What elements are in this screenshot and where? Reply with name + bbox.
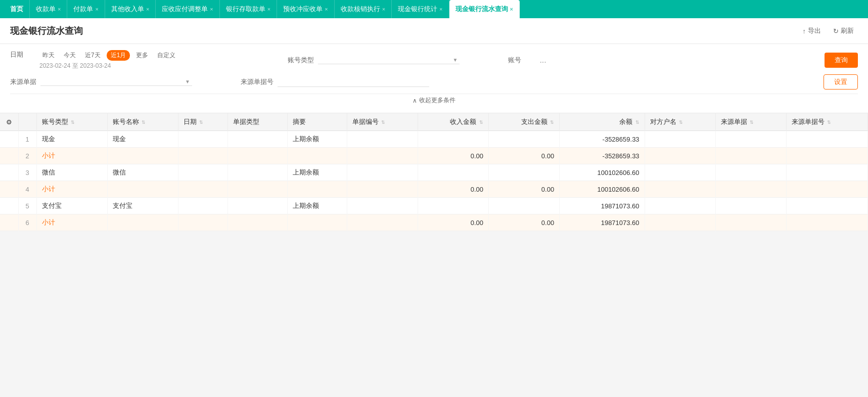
row-counterpart bbox=[645, 214, 715, 231]
filter-area: 日期 昨天 今天 近7天 近1月 更多 自定义 2023-02-24 至 202… bbox=[0, 44, 868, 113]
nav-tab-7[interactable]: 收款核销执行 × bbox=[335, 0, 392, 18]
account-type-group: 账号类型 ▼ bbox=[288, 56, 460, 65]
export-label: 导出 bbox=[808, 26, 821, 35]
refresh-label: 刷新 bbox=[841, 26, 854, 35]
date-btn-today[interactable]: 今天 bbox=[61, 50, 79, 61]
nav-tab-6[interactable]: 预收冲应收单 × bbox=[277, 0, 334, 18]
col-account-name[interactable]: 账号名称 ⇅ bbox=[107, 113, 178, 131]
close-icon-2[interactable]: × bbox=[95, 6, 98, 12]
data-table-container: ⚙ 账号类型 ⇅ 账号名称 ⇅ 日期 ⇅ 单据类型 bbox=[0, 113, 868, 231]
nav-tab-9[interactable]: 现金银行流水查询 × bbox=[449, 0, 520, 18]
row-account-type: 小计 bbox=[36, 214, 107, 231]
row-doc-no bbox=[347, 214, 418, 231]
row-source-doc bbox=[715, 214, 786, 231]
nav-tab-2[interactable]: 付款单 × bbox=[67, 0, 105, 18]
row-balance: 19871073.60 bbox=[560, 198, 645, 214]
row-source-doc bbox=[715, 131, 786, 148]
col-income-label: 收入金额 bbox=[450, 118, 476, 125]
col-counterpart-label: 对方户名 bbox=[650, 118, 676, 125]
row-counterpart bbox=[645, 164, 715, 181]
header-actions: ↑ 导出 ↻ 刷新 bbox=[799, 24, 858, 37]
close-icon-9[interactable]: × bbox=[510, 6, 513, 12]
col-doc-type[interactable]: 单据类型 bbox=[227, 113, 287, 131]
col-balance[interactable]: 余额 ⇅ bbox=[560, 113, 645, 131]
chevron-down-icon: ▼ bbox=[452, 57, 458, 63]
nav-tab-1[interactable]: 收款单 × bbox=[30, 0, 67, 18]
date-options: 昨天 今天 近7天 近1月 更多 自定义 bbox=[39, 50, 178, 61]
nav-tab-label-7: 收款核销执行 bbox=[341, 5, 380, 14]
account-type-select[interactable]: ▼ bbox=[318, 56, 460, 64]
source-doc-no-label: 来源单据号 bbox=[241, 77, 273, 86]
close-icon-6[interactable]: × bbox=[325, 6, 328, 12]
row-doc-no bbox=[347, 148, 418, 164]
col-counterpart[interactable]: 对方户名 ⇅ bbox=[645, 113, 715, 131]
row-expense: 0.00 bbox=[489, 214, 560, 231]
account-dots[interactable]: ... bbox=[537, 56, 548, 65]
nav-home[interactable]: 首页 bbox=[4, 0, 30, 18]
nav-tab-8[interactable]: 现金银行统计 × bbox=[392, 0, 449, 18]
close-icon-5[interactable]: × bbox=[267, 6, 270, 12]
refresh-button[interactable]: ↻ 刷新 bbox=[829, 24, 858, 37]
collapse-conditions-button[interactable]: ∧ 收起更多条件 bbox=[10, 94, 858, 107]
row-date bbox=[178, 164, 227, 181]
nav-tab-3[interactable]: 其他收入单 × bbox=[105, 0, 156, 18]
data-table: ⚙ 账号类型 ⇅ 账号名称 ⇅ 日期 ⇅ 单据类型 bbox=[0, 113, 868, 231]
col-source-doc[interactable]: 来源单据 ⇅ bbox=[715, 113, 786, 131]
row-date bbox=[178, 148, 227, 164]
row-account-name: 支付宝 bbox=[107, 198, 178, 214]
date-btn-1month[interactable]: 近1月 bbox=[107, 50, 130, 61]
col-account-type[interactable]: 账号类型 ⇅ bbox=[36, 113, 107, 131]
row-expense: 0.00 bbox=[489, 148, 560, 164]
source-doc-select[interactable]: ▼ bbox=[40, 78, 192, 86]
nav-tab-4[interactable]: 应收应付调整单 × bbox=[156, 0, 219, 18]
nav-home-label: 首页 bbox=[10, 5, 23, 14]
row-doc-type bbox=[227, 198, 287, 214]
sort-icon-expense: ⇅ bbox=[550, 120, 554, 125]
export-button[interactable]: ↑ 导出 bbox=[799, 24, 826, 37]
date-btn-more[interactable]: 更多 bbox=[133, 50, 151, 61]
settings-button[interactable]: 设置 bbox=[824, 74, 858, 90]
nav-tab-5[interactable]: 银行存取款单 × bbox=[220, 0, 277, 18]
row-balance: 100102606.60 bbox=[560, 181, 645, 198]
export-icon: ↑ bbox=[803, 27, 806, 35]
close-icon-1[interactable]: × bbox=[58, 6, 61, 12]
col-summary: 摘要 bbox=[287, 113, 347, 131]
source-doc-no-input[interactable] bbox=[278, 77, 429, 87]
date-btn-yesterday[interactable]: 昨天 bbox=[39, 50, 58, 61]
close-icon-4[interactable]: × bbox=[210, 6, 213, 12]
col-date[interactable]: 日期 ⇅ bbox=[178, 113, 227, 131]
row-doc-type bbox=[227, 214, 287, 231]
col-income[interactable]: 收入金额 ⇅ bbox=[418, 113, 488, 131]
source-doc-label: 来源单据 bbox=[10, 77, 36, 86]
col-gear[interactable]: ⚙ bbox=[0, 113, 18, 131]
col-source-doc-no-label: 来源单据号 bbox=[792, 118, 825, 125]
col-expense[interactable]: 支出金额 ⇅ bbox=[489, 113, 560, 131]
row-account-type: 现金 bbox=[36, 131, 107, 148]
date-btn-7days[interactable]: 近7天 bbox=[82, 50, 104, 61]
col-source-doc-no[interactable]: 来源单据号 ⇅ bbox=[786, 113, 867, 131]
col-doc-type-label: 单据类型 bbox=[233, 118, 259, 125]
close-icon-7[interactable]: × bbox=[382, 6, 385, 12]
query-button[interactable]: 查询 bbox=[825, 53, 858, 68]
col-doc-no[interactable]: 单据编号 ⇅ bbox=[347, 113, 418, 131]
date-btn-custom[interactable]: 自定义 bbox=[154, 50, 178, 61]
close-icon-3[interactable]: × bbox=[146, 6, 149, 12]
row-account-type: 小计 bbox=[36, 148, 107, 164]
row-doc-no bbox=[347, 181, 418, 198]
row-account-name: 现金 bbox=[107, 131, 178, 148]
close-icon-8[interactable]: × bbox=[439, 6, 442, 12]
account-label: 账号 bbox=[508, 56, 533, 65]
table-row: 3微信微信上期余额100102606.60 bbox=[0, 164, 868, 181]
col-seq bbox=[18, 113, 36, 131]
row-seq: 4 bbox=[18, 181, 36, 198]
row-income bbox=[418, 131, 488, 148]
gear-icon[interactable]: ⚙ bbox=[6, 118, 12, 126]
row-source-doc bbox=[715, 164, 786, 181]
row-source-doc-no bbox=[786, 131, 867, 148]
row-income: 0.00 bbox=[418, 148, 488, 164]
row-income bbox=[418, 164, 488, 181]
col-summary-label: 摘要 bbox=[293, 118, 306, 125]
right-buttons: 查询 bbox=[825, 53, 858, 68]
page-header: 现金银行流水查询 ↑ 导出 ↻ 刷新 bbox=[0, 18, 868, 44]
row-account-type: 微信 bbox=[36, 164, 107, 181]
